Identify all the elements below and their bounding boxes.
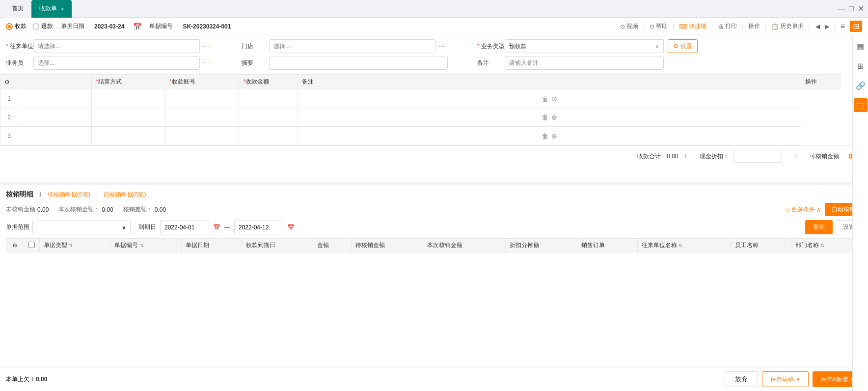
shop-dots[interactable]: ··· (435, 42, 448, 51)
nav-next-btn[interactable]: ▶ (825, 23, 829, 30)
settings-icon: ⚙ (673, 43, 678, 50)
vth-type: 单据类型 ⇅ (40, 239, 110, 252)
vth-checkbox[interactable] (24, 239, 40, 252)
row-3-account-input[interactable] (92, 127, 165, 145)
row-3-remark-input[interactable] (239, 127, 298, 145)
row-2-amount[interactable] (165, 108, 239, 127)
th-row-num (18, 75, 92, 89)
scope-label: 单据范围 (6, 223, 29, 231)
tab-close-icon[interactable]: × (61, 6, 64, 12)
tab-bar: 首页 收款单 × — □ ✕ (0, 0, 868, 18)
abandon-button[interactable]: 放弃 (725, 371, 758, 387)
calendar-icon[interactable]: 📅 (133, 23, 141, 30)
note-label: 备注 (477, 59, 505, 67)
history-btn[interactable]: 📋 历史单据 (771, 22, 804, 30)
video-btn[interactable]: ⊙ 视频 (620, 22, 638, 30)
salesperson-input[interactable] (33, 56, 200, 70)
vth-order: 销售订单 (577, 239, 637, 252)
note-input[interactable] (505, 56, 664, 70)
date-end-input[interactable] (234, 221, 283, 234)
vth-settings[interactable]: ⚙ (6, 239, 24, 252)
row-1-delete-icon[interactable]: 🗑 (542, 95, 548, 103)
row-1-copy-icon[interactable]: ⊕ (551, 95, 557, 103)
radio-refund-dot (32, 23, 39, 30)
row-1-amount[interactable] (165, 89, 239, 108)
sidebar-icon-1[interactable]: ▦ (854, 39, 868, 53)
calendar-start-icon[interactable]: 📅 (213, 224, 220, 231)
salesperson-dots[interactable]: ··· (200, 58, 212, 67)
th-settings[interactable]: ⚙ (0, 75, 18, 89)
row-2-account[interactable] (92, 108, 165, 127)
period-info-icon[interactable]: ℹ (31, 376, 34, 383)
row-1-amount-input[interactable] (165, 89, 239, 108)
vth-dept: 部门名称 ⇅ (791, 239, 862, 252)
business-type-select[interactable]: 预收款 ∨ (505, 39, 664, 53)
row-1-settlement[interactable] (18, 89, 92, 108)
discount-input[interactable] (733, 150, 782, 163)
row-1-account-input[interactable] (92, 89, 165, 108)
row-1-account[interactable] (92, 89, 165, 108)
row-2-remark[interactable] (239, 108, 298, 127)
help-btn[interactable]: ⊙ 帮助 (650, 22, 668, 30)
row-3-settlement[interactable] (18, 127, 92, 145)
minimize-button[interactable]: — (837, 4, 845, 13)
vth-due-date: 收款到期日 (242, 239, 313, 252)
tab-home[interactable]: 首页 (4, 0, 31, 18)
row-2-settlement[interactable] (18, 108, 92, 127)
row-3-delete-icon[interactable]: 🗑 (542, 132, 548, 140)
verify-pending-tab[interactable]: 待核销单据(0笔) (48, 191, 90, 199)
radio-receipt[interactable]: 收款 (6, 22, 27, 30)
calendar-end-icon[interactable]: 📅 (287, 224, 295, 231)
query-button[interactable]: 查询 (805, 220, 833, 234)
more-conditions-btn[interactable]: ▽ 更多条件 ∧ (786, 205, 821, 214)
operate-label: 操作 (748, 22, 760, 30)
row-2-settlement-input[interactable] (18, 108, 91, 126)
row-3-amount[interactable] (165, 127, 239, 145)
radio-refund[interactable]: 退款 (32, 22, 53, 30)
sidebar-icon-3[interactable]: 🔗 (854, 79, 868, 92)
verify-verified-tab[interactable]: 已核销单据(0笔) (104, 191, 146, 199)
row-1-remark-input[interactable] (239, 89, 298, 108)
row-1-settlement-input[interactable] (18, 89, 91, 108)
select-all-checkbox[interactable] (28, 242, 35, 248)
row-3-copy-icon[interactable]: ⊕ (551, 132, 557, 140)
operate-btn[interactable]: 操作 (748, 22, 760, 30)
row-3-amount-input[interactable] (165, 127, 239, 145)
row-2-remark-input[interactable] (239, 108, 298, 126)
row-2-actions: 🗑 ⊕ (298, 108, 801, 127)
grid-view-btn[interactable]: ⊞ (850, 21, 862, 32)
close-button[interactable]: ✕ (858, 4, 864, 13)
settings-button[interactable]: ⚙ 设置 (668, 39, 698, 53)
draft-button[interactable]: 保存草稿 ∧ (762, 371, 809, 387)
scope-select[interactable]: ∨ (32, 221, 131, 234)
row-2-delete-icon[interactable]: 🗑 (542, 113, 548, 121)
shortcut-btn[interactable]: ⌨ 快捷键 (679, 22, 706, 30)
th-actions: 操作 (801, 75, 841, 89)
row-3-account[interactable] (92, 127, 165, 145)
maximize-button[interactable]: □ (849, 4, 854, 13)
radio-receipt-dot (6, 23, 13, 30)
row-3-settlement-input[interactable] (18, 127, 91, 145)
sidebar-icon-4[interactable]: ⬚ (854, 98, 868, 112)
summary-input[interactable] (269, 56, 448, 70)
nav-prev-btn[interactable]: ◀ (815, 23, 820, 30)
row-2-account-input[interactable] (92, 108, 165, 126)
counterpart-input[interactable] (33, 39, 200, 53)
row-3-remark[interactable] (239, 127, 298, 145)
list-view-btn[interactable]: ≡ (841, 22, 845, 31)
counterpart-dots[interactable]: ··· (200, 42, 212, 51)
date-start-input[interactable] (160, 221, 209, 234)
window-controls: — □ ✕ (837, 4, 864, 13)
save-label: 保存&新增 (820, 375, 848, 384)
filter-row: 单据范围 ∨ 到期日 📅 — 📅 查询 设置 (6, 220, 862, 234)
table-header-row: ⚙ *结算方式 *收款账号 *收款金额 备注 (0, 75, 841, 89)
unverified-label: 未核销金额 (6, 205, 35, 214)
row-2-copy-icon[interactable]: ⊕ (551, 113, 557, 121)
shop-input[interactable] (269, 39, 435, 53)
verify-info-icon[interactable]: ℹ (39, 191, 42, 198)
row-2-amount-input[interactable] (165, 108, 239, 126)
row-1-remark[interactable] (239, 89, 298, 108)
print-btn[interactable]: 🖨 打印 (718, 22, 737, 30)
tab-receipt[interactable]: 收款单 × (31, 0, 72, 18)
sidebar-icon-2[interactable]: ⊞ (854, 59, 868, 73)
